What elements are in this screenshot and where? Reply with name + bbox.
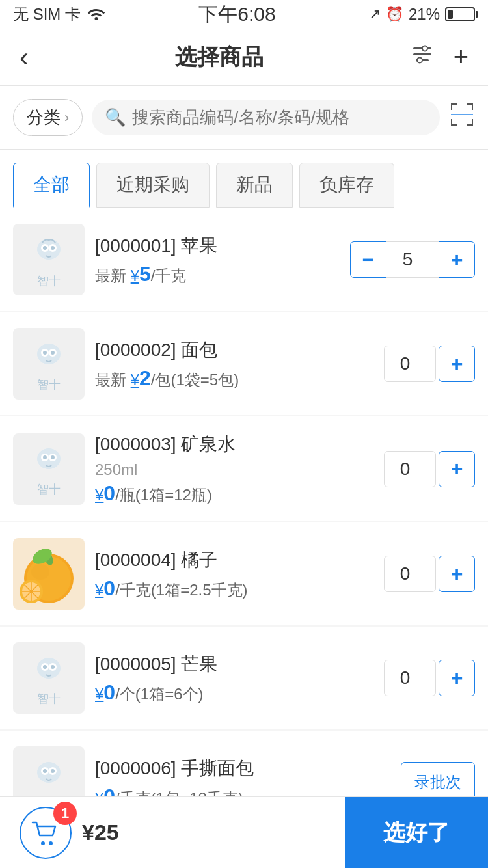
quantity-input[interactable] <box>384 556 436 592</box>
product-price: 最新 ¥2/包(1袋=5包) <box>95 366 373 390</box>
svg-point-49 <box>51 769 55 773</box>
quantity-control: + <box>384 556 475 592</box>
product-image: 智十 <box>13 433 85 505</box>
price-symbol: ¥ <box>95 581 103 599</box>
increase-button[interactable]: + <box>439 660 475 696</box>
alarm-icon: ⏰ <box>386 6 403 23</box>
price-unit: /个(1箱=6个) <box>115 685 203 703</box>
back-button[interactable]: ‹ <box>20 42 29 73</box>
tab-all[interactable]: 全部 <box>13 163 90 208</box>
quantity-control: − + <box>350 241 475 278</box>
add-icon[interactable]: + <box>454 42 468 72</box>
status-left: 无 SIM 卡 <box>13 4 105 25</box>
increase-button[interactable]: + <box>439 556 475 592</box>
price-unit: /千克(1箱=2.5千克) <box>115 581 247 599</box>
increase-button[interactable]: + <box>439 241 475 278</box>
svg-point-55 <box>41 841 45 845</box>
owl-icon <box>32 336 66 374</box>
battery-percent: 21% <box>409 5 440 23</box>
product-name: [0000006] 手撕面包 <box>95 756 390 781</box>
tab-new[interactable]: 新品 <box>216 163 293 208</box>
category-arrow: › <box>64 109 69 126</box>
location-icon: ↗ <box>369 6 381 23</box>
status-bar: 无 SIM 卡 下午6:08 ↗ ⏰ 21% <box>0 0 488 29</box>
product-info: [0000003] 矿泉水 250ml ¥0/瓶(1箱=12瓶) <box>95 432 373 506</box>
svg-point-17 <box>43 246 47 250</box>
product-image <box>13 538 85 610</box>
brand-text: 智十 <box>37 273 61 289</box>
search-input[interactable] <box>132 107 427 128</box>
price-value: 5 <box>139 262 151 286</box>
product-image: 智十 <box>13 642 85 714</box>
product-name: [0000002] 面包 <box>95 338 373 362</box>
brand-text: 智十 <box>37 691 61 707</box>
increase-button[interactable]: + <box>439 451 475 487</box>
svg-point-44 <box>51 665 55 669</box>
cart-icon[interactable]: 1 <box>20 807 72 859</box>
product-image: 智十 <box>13 224 85 295</box>
price-value: 0 <box>103 681 115 704</box>
product-price: ¥0/瓶(1箱=12瓶) <box>95 481 373 506</box>
table-row: 智十 [0000005] 芒果 ¥0/个(1箱=6个) + <box>0 627 488 729</box>
svg-rect-6 <box>451 103 452 110</box>
wifi-icon <box>87 5 105 23</box>
price-symbol: ¥ <box>131 371 139 388</box>
svg-point-4 <box>417 57 422 62</box>
quantity-input[interactable] <box>386 241 439 278</box>
product-info: [0000004] 橘子 ¥0/千克(1箱=2.5千克) <box>95 548 373 601</box>
product-info: [0000002] 面包 最新 ¥2/包(1袋=5包) <box>95 338 373 390</box>
cart-total: ¥25 <box>82 820 119 845</box>
price-label: 最新 <box>95 267 131 284</box>
table-row: [0000004] 橘子 ¥0/千克(1箱=2.5千克) + <box>0 522 488 625</box>
svg-point-28 <box>51 455 55 459</box>
price-label: 最新 <box>95 371 131 388</box>
category-label: 分类 <box>27 106 61 129</box>
price-unit: /瓶(1箱=12瓶) <box>115 486 212 504</box>
price-symbol: ¥ <box>95 685 103 703</box>
owl-icon <box>32 441 66 479</box>
tab-recent[interactable]: 近期采购 <box>96 163 210 208</box>
quantity-control: + <box>384 346 475 382</box>
decrease-button[interactable]: − <box>350 241 386 278</box>
scan-icon[interactable] <box>449 102 475 133</box>
svg-rect-10 <box>451 119 452 126</box>
price-unit: /包(1袋=5包) <box>151 371 239 388</box>
svg-rect-1 <box>413 53 431 55</box>
nav-actions: + <box>411 42 468 72</box>
price-symbol: ¥ <box>131 267 139 284</box>
brand-text: 智十 <box>37 377 61 392</box>
quantity-input[interactable] <box>384 660 436 696</box>
svg-point-56 <box>49 841 53 845</box>
status-time: 下午6:08 <box>198 1 275 28</box>
category-button[interactable]: 分类 › <box>13 99 83 136</box>
product-price: ¥0/个(1箱=6个) <box>95 681 373 705</box>
price-unit: /千克 <box>151 267 187 284</box>
search-bar: 分类 › 🔍 <box>0 86 488 150</box>
battery-icon <box>445 7 475 21</box>
svg-point-43 <box>43 665 47 669</box>
product-name: [0000004] 橘子 <box>95 548 373 573</box>
svg-point-48 <box>43 769 47 773</box>
product-info: [0000001] 苹果 最新 ¥5/千克 <box>95 234 340 286</box>
bottom-bar: 1 ¥25 选好了 <box>0 796 488 868</box>
table-row: 智十 [0000003] 矿泉水 250ml ¥0/瓶(1箱=12瓶) + <box>0 416 488 521</box>
table-row: 智十 [0000001] 苹果 最新 ¥5/千克 − + <box>0 208 488 311</box>
checkout-button[interactable]: 选好了 <box>345 797 488 869</box>
search-icon: 🔍 <box>105 107 126 128</box>
product-name: [0000005] 芒果 <box>95 652 373 677</box>
tab-negative[interactable]: 负库存 <box>299 163 394 208</box>
status-right: ↗ ⏰ 21% <box>369 5 475 23</box>
quantity-input[interactable] <box>384 451 436 487</box>
quantity-input[interactable] <box>384 346 436 382</box>
price-symbol: ¥ <box>95 486 103 504</box>
tab-bar: 全部 近期采购 新品 负库存 <box>0 150 488 208</box>
carrier-label: 无 SIM 卡 <box>13 4 81 25</box>
increase-button[interactable]: + <box>439 346 475 382</box>
svg-point-23 <box>51 351 55 355</box>
product-info: [0000005] 芒果 ¥0/个(1箱=6个) <box>95 652 373 705</box>
owl-icon <box>32 231 66 271</box>
filter-icon[interactable] <box>411 43 434 72</box>
product-name: [0000003] 矿泉水 <box>95 432 373 457</box>
search-input-wrap: 🔍 <box>92 100 440 135</box>
svg-point-22 <box>43 351 47 355</box>
